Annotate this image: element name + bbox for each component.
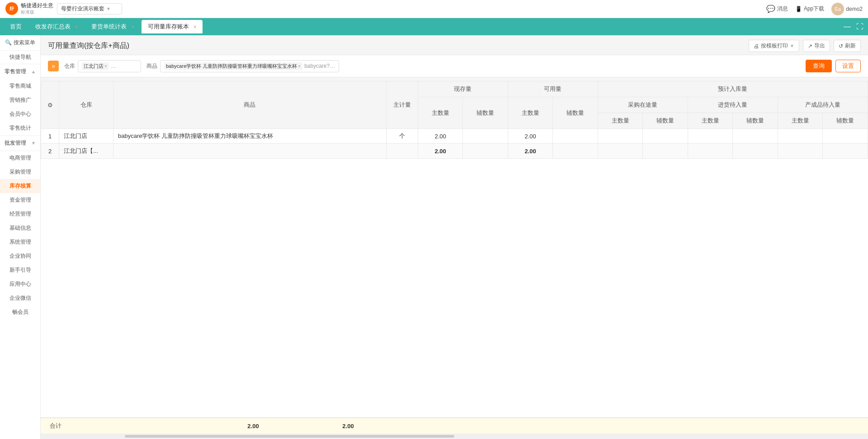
td-avail-main-2: 2.00 [508,144,553,159]
th-avail-main: 主数量 [508,97,553,129]
warehouse-ellipsis: … [111,63,116,69]
sidebar-item-inventory[interactable]: 库存核算 [0,179,40,193]
tab-home[interactable]: 首页 [4,20,28,33]
app-download-label: App下载 [804,5,824,13]
top-bar-right: 💬 消息 📱 App下载 Ea demo2 [766,3,863,15]
td-warehouse-2: 江北门店【... [59,144,113,159]
sidebar-item-purchase-label: 采购管理 [9,169,31,175]
th-unit: 主计量 [386,81,418,129]
sidebar-item-appstore[interactable]: 应用中心 [0,277,40,291]
nav-right-actions: — ⛶ [843,22,864,32]
th-pur-main: 主数量 [598,113,643,129]
goods-tag-remove[interactable]: × [298,64,301,69]
sidebar-item-retail-member[interactable]: 会员中心 [0,107,40,121]
warehouse-tag-remove[interactable]: × [104,64,107,69]
sidebar-item-basic[interactable]: 基础信息 [0,221,40,235]
scroll-indicator[interactable] [41,434,868,439]
inventory-table: ⚙ 仓库 商品 主计量 现存量 可用量 预计入库量 主数量 辅数量 主数量 辅数… [41,81,868,159]
sidebar-item-newbie[interactable]: 新手引导 [0,263,40,277]
sidebar-item-finance-label: 资金管理 [9,197,31,203]
td-stock-sub-2 [463,144,508,159]
chevron-down-icon: ▼ [31,141,36,146]
th-stock-main: 主数量 [418,97,463,129]
page-title: 可用量查询(按仓库+商品) [48,41,129,51]
logo-text-area: 畅捷通好生意 标准版 [21,2,53,15]
th-stock-sub: 辅数量 [463,97,508,129]
td-prod-sub-2 [823,144,868,159]
scroll-thumb[interactable] [125,435,454,438]
account-selector[interactable]: 母婴行业演示账套 ▼ [57,3,122,14]
td-stock-sub-1 [463,129,508,144]
table-row: 2 江北门店【... 2.00 2.00 [41,144,868,159]
tab-inventory-close[interactable]: × [193,24,196,29]
sidebar-item-operation-label: 经营管理 [9,211,31,217]
td-no-1: 1 [41,129,59,144]
sidebar-item-wecom[interactable]: 企业微信 [0,291,40,305]
sidebar-item-retail-shop[interactable]: 零售商城 [0,79,40,93]
print-icon: 🖨 [754,43,759,49]
sidebar-item-system-label: 系统管理 [9,239,31,245]
sidebar-quick-nav-label: 快捷导航 [9,54,31,60]
tab-order[interactable]: 要货单统计表 × [85,20,140,33]
sidebar-item-finance[interactable]: 资金管理 [0,193,40,207]
query-button[interactable]: 查询 [806,60,832,72]
table-container[interactable]: ⚙ 仓库 商品 主计量 现存量 可用量 预计入库量 主数量 辅数量 主数量 辅数… [41,81,868,417]
expand-arrows-icon: » [52,62,55,70]
sidebar-item-enterprise[interactable]: 企业协同 [0,249,40,263]
td-avail-sub-2 [553,144,598,159]
td-unit-1: 个 [386,129,418,144]
sidebar-item-system[interactable]: 系统管理 [0,235,40,249]
sidebar-quick-nav[interactable]: 快捷导航 [0,51,40,64]
sidebar-item-retail-stat[interactable]: 零售统计 [0,121,40,135]
filter-right-actions: 查询 设置 [806,60,861,72]
goods-input[interactable]: babycare学饮杯 儿童防摔防撞吸管杯重力球吸嘴杯宝宝水杯 × babyca… [160,60,339,72]
th-product-pending: 产成品待入量 [778,97,868,113]
sidebar-item-retail-shop-label: 零售商城 [9,83,31,89]
warehouse-input[interactable]: 江北门店 × … [78,60,141,72]
sidebar-section-retail-header[interactable]: 零售管理 ▲ [0,64,40,79]
table-row: 1 江北门店 babycare学饮杯 儿童防摔防撞吸管杯重力球吸嘴杯宝宝水杯 个… [41,129,868,144]
user-area[interactable]: Ea demo2 [831,3,863,15]
export-button[interactable]: ↗ 导出 [803,40,830,52]
tab-collect-close[interactable]: × [75,24,78,29]
tab-inventory[interactable]: 可用量库存账本 × [142,20,203,33]
export-label: 导出 [814,42,825,50]
settings-button[interactable]: 设置 [835,60,861,72]
sidebar-item-ecommerce[interactable]: 电商管理 [0,151,40,165]
td-inb-main-1 [688,129,733,144]
chevron-up-icon: ▲ [31,69,36,74]
refresh-button[interactable]: ↺ 刷新 [834,40,861,52]
footer-stock-main: 2.00 [226,423,280,430]
print-label: 按模板打印 [761,42,788,50]
expand-icon[interactable]: ⛶ [855,22,864,32]
sidebar: 🔍 搜索菜单 快捷导航 零售管理 ▲ 零售商城 营销推广 会员中心 零售统计 [0,35,41,439]
sidebar-item-purchase[interactable]: 采购管理 [0,165,40,179]
print-button[interactable]: 🖨 按模板打印 ▼ [749,40,799,52]
filter-expand-button[interactable]: » [48,61,59,71]
th-goods: 商品 [113,81,387,129]
table-header-row-1: ⚙ 仓库 商品 主计量 现存量 可用量 预计入库量 [41,81,868,97]
warehouse-filter: 仓库 江北门店 × … [64,60,141,72]
footer-label: 合计 [45,422,99,430]
td-pur-main-2 [598,144,643,159]
tab-collect[interactable]: 收发存汇总表 × [29,20,84,33]
minimize-icon[interactable]: — [843,22,852,32]
message-button[interactable]: 💬 消息 [766,5,788,13]
goods-more: babycare?… [304,63,335,69]
sidebar-item-operation[interactable]: 经营管理 [0,207,40,221]
app-download-button[interactable]: 📱 App下载 [795,5,824,13]
warehouse-tag: 江北门店 × [82,62,109,70]
th-inb-main: 主数量 [688,113,733,129]
sidebar-section-wholesale-header[interactable]: 批发管理 ▼ [0,136,40,151]
avatar: Ea [831,3,844,15]
td-pur-sub-1 [643,129,688,144]
th-avail-sub: 辅数量 [553,97,598,129]
sidebar-search[interactable]: 🔍 搜索菜单 [0,35,40,51]
sidebar-section-wholesale-label: 批发管理 [5,139,26,147]
print-dropdown-icon: ▼ [790,43,794,48]
refresh-label: 刷新 [845,42,856,50]
sidebar-item-retail-promo[interactable]: 营销推广 [0,93,40,107]
sidebar-item-member-pro[interactable]: 畅会员 [0,305,40,319]
tab-order-close[interactable]: × [131,24,134,29]
sidebar-item-inventory-label: 库存核算 [9,183,31,189]
